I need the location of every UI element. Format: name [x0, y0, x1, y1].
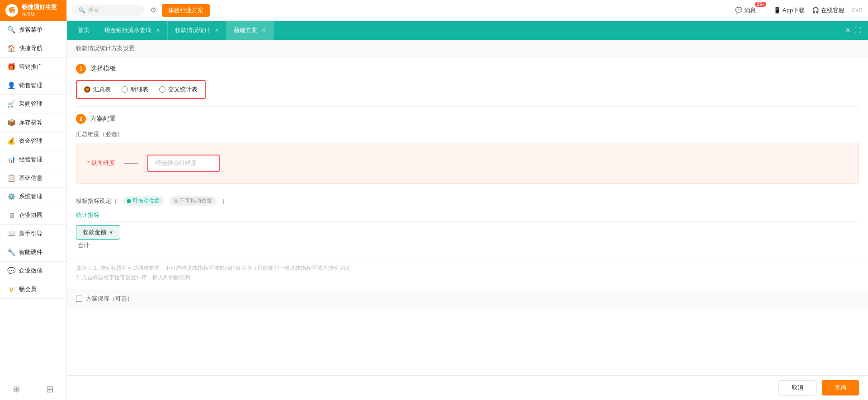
radio-cross[interactable]: 交叉统计表 — [159, 85, 198, 94]
cancel-button[interactable]: 取消 — [778, 380, 816, 395]
step2-num: 2 — [76, 114, 86, 124]
list-icon: 📋 — [7, 174, 15, 182]
close-all-tabs-icon[interactable]: ✕ — [845, 27, 851, 34]
maximize-icon[interactable]: ⛶ — [854, 27, 861, 34]
monitor-icon: 🖥 — [7, 212, 15, 219]
row-dim-label: * 纵向维度 — [87, 159, 115, 167]
sidebar-item-beginner[interactable]: 📖 新手引导 — [0, 225, 66, 243]
step1-header: 1 选择模板 — [76, 64, 859, 74]
close-tab-bank-icon[interactable]: ✕ — [156, 28, 160, 33]
message-btn[interactable]: 💬 消息 99+ — [735, 6, 766, 14]
sidebar-item-search-menu[interactable]: 🔍 搜索菜单 — [0, 21, 66, 39]
book-icon: 📖 — [7, 230, 15, 238]
sidebar-item-marketing[interactable]: 🎁 营销推广 — [0, 58, 66, 76]
box-icon: 📦 — [7, 118, 15, 127]
trial-button[interactable]: 体验行业方案 — [162, 4, 210, 17]
search-placeholder: 搜索 — [88, 6, 99, 14]
topbar-right: 💬 消息 99+ 📱 App下载 🎧 在线客服 CaR — [735, 6, 863, 14]
chart-icon: 📊 — [7, 155, 15, 164]
metrics-group-label: 统计指标 — [76, 211, 859, 221]
topbar-search[interactable]: 🔍 搜索 — [72, 5, 145, 16]
tab-home[interactable]: 首页 — [71, 21, 97, 40]
sidebar-item-wechat[interactable]: 💬 企业微信 — [0, 262, 66, 280]
sidebar: 畅 畅捷通好生意 标准版 🔍 搜索菜单 🏠 快捷导航 🎁 营销推广 👤 销售管理… — [0, 0, 67, 400]
metric-tag-payment[interactable]: 收款金额 ▼ — [76, 225, 120, 240]
page-title: 收款情况统计方案设置 — [67, 40, 868, 56]
download-icon: 📱 — [774, 7, 781, 14]
step2-header: 2 方案配置 — [76, 114, 859, 124]
online-service-btn[interactable]: 🎧 在线客服 — [812, 6, 844, 14]
template-selection-box: 汇总表 明细表 交叉统计表 — [76, 80, 206, 99]
dimension-area: * 纵向维度 —— 请选择分组维度 — [76, 143, 859, 184]
sidebar-nav: 🔍 搜索菜单 🏠 快捷导航 🎁 营销推广 👤 销售管理 🛒 采购管理 📦 库存核… — [0, 21, 66, 378]
sidebar-item-smart-hw[interactable]: 🔧 智能硬件 — [0, 243, 66, 262]
draggable-dot — [127, 199, 131, 203]
cart-icon: 🛒 — [7, 100, 15, 108]
logo-text: 畅捷通好生意 标准版 — [22, 4, 57, 17]
step2-section: 2 方案配置 汇总维度（必选） * 纵向维度 —— 请选择分组维度 — [67, 107, 868, 191]
close-tab-new-plan-icon[interactable]: ✕ — [262, 28, 266, 33]
close-tab-payment-icon[interactable]: ✕ — [215, 28, 219, 33]
gear-icon: ⚙️ — [7, 193, 15, 201]
metrics-setting-label: 模板指标设定（ — [76, 197, 117, 205]
service-icon: 🎧 — [812, 7, 819, 14]
tool-icon: 🔧 — [7, 248, 15, 256]
member-icon: V — [7, 286, 15, 293]
tab-payment-stat[interactable]: 收款情况统计 ✕ — [168, 21, 226, 40]
non-draggable-dot — [174, 199, 178, 203]
query-button[interactable]: 查询 — [822, 380, 859, 395]
save-checkbox[interactable] — [76, 296, 82, 302]
chevron-down-icon: ▼ — [109, 230, 113, 235]
non-draggable-badge: 不可拖动位置 — [170, 196, 217, 206]
message-icon: 💬 — [735, 7, 742, 14]
radio-cross-input[interactable] — [159, 86, 165, 93]
content-inner: 收款情况统计方案设置 1 选择模板 汇总表 明细表 — [67, 40, 868, 375]
tab-bank-flow[interactable]: 现金银行流水查询 ✕ — [97, 21, 168, 40]
sidebar-item-sales[interactable]: 👤 销售管理 — [0, 76, 66, 95]
metrics-setting-close: ） — [222, 197, 228, 205]
content-area: 收款情况统计方案设置 1 选择模板 汇总表 明细表 — [67, 40, 868, 400]
logo-icon: 畅 — [5, 4, 18, 17]
home-icon: 🏠 — [7, 44, 15, 52]
sidebar-collapse-btn[interactable]: ⊕ — [9, 382, 24, 396]
gift-icon: 🎁 — [7, 63, 15, 71]
user-icon: 👤 — [7, 81, 15, 89]
app-download-btn[interactable]: 📱 App下载 — [774, 6, 805, 14]
money-icon: 💰 — [7, 137, 15, 145]
tabbar: 首页 现金银行流水查询 ✕ 收款情况统计 ✕ 新建方案 ✕ ✕ ⛶ — [67, 21, 868, 40]
save-label: 方案保存（可选） — [86, 295, 133, 303]
arrow-icon: —— — [124, 159, 138, 167]
step1-section: 1 选择模板 汇总表 明细表 交叉统计表 — [67, 56, 868, 106]
dimension-title: 汇总维度（必选） — [76, 130, 859, 138]
step1-num: 1 — [76, 64, 86, 74]
sidebar-item-purchase[interactable]: 🛒 采购管理 — [0, 95, 66, 113]
sidebar-item-quick-nav[interactable]: 🏠 快捷导航 — [0, 39, 66, 58]
user-info[interactable]: CaR — [852, 7, 863, 14]
sidebar-item-member[interactable]: V 畅会员 — [0, 280, 66, 299]
tab-new-plan[interactable]: 新建方案 ✕ — [226, 21, 274, 40]
bottom-action-bar: 取消 查询 — [67, 375, 868, 400]
sidebar-item-inventory[interactable]: 📦 库存核算 — [0, 113, 66, 132]
radio-summary-input[interactable] — [84, 86, 90, 93]
tip-line-2: 2. 点击标题栏下拉可设置排序、插入列和删除列 — [76, 274, 859, 282]
tips-area: 提示： 1. 拖动标题栏可以调整布局，不可跨维度或指标区域拖动栏目字段（只能在同… — [67, 259, 868, 289]
sidebar-item-finance[interactable]: 💰 资金管理 — [0, 132, 66, 151]
radio-detail-input[interactable] — [122, 86, 128, 93]
radio-summary[interactable]: 汇总表 — [84, 85, 111, 94]
step1-label: 选择模板 — [90, 65, 116, 73]
dim-select[interactable]: 请选择分组维度 — [147, 155, 220, 172]
sidebar-item-system[interactable]: ⚙️ 系统管理 — [0, 188, 66, 206]
search-icon: 🔍 — [79, 7, 85, 14]
sidebar-item-basic-info[interactable]: 📋 基础信息 — [0, 169, 66, 188]
metrics-header: 模板指标设定（ 可拖动位置 不可拖动位置 ） — [67, 191, 868, 209]
search-icon: 🔍 — [7, 26, 15, 34]
sidebar-settings-btn[interactable]: ⊞ — [42, 382, 57, 396]
settings-icon[interactable]: ⚙ — [150, 6, 156, 14]
sidebar-item-enterprise[interactable]: 🖥 企业协同 — [0, 206, 66, 225]
metrics-area: 统计指标 收款金额 ▼ 合计 — [67, 209, 868, 259]
topbar: 🔍 搜索 ⚙ 体验行业方案 💬 消息 99+ 📱 App下载 🎧 在线客服 Ca… — [67, 0, 868, 21]
radio-detail[interactable]: 明细表 — [122, 85, 148, 94]
sidebar-item-operations[interactable]: 📊 经营管理 — [0, 151, 66, 169]
sidebar-logo: 畅 畅捷通好生意 标准版 — [0, 0, 66, 21]
tip-line-1: 提示： 1. 拖动标题栏可以调整布局，不可跨维度或指标区域拖动栏目字段（只能在同… — [76, 264, 859, 272]
